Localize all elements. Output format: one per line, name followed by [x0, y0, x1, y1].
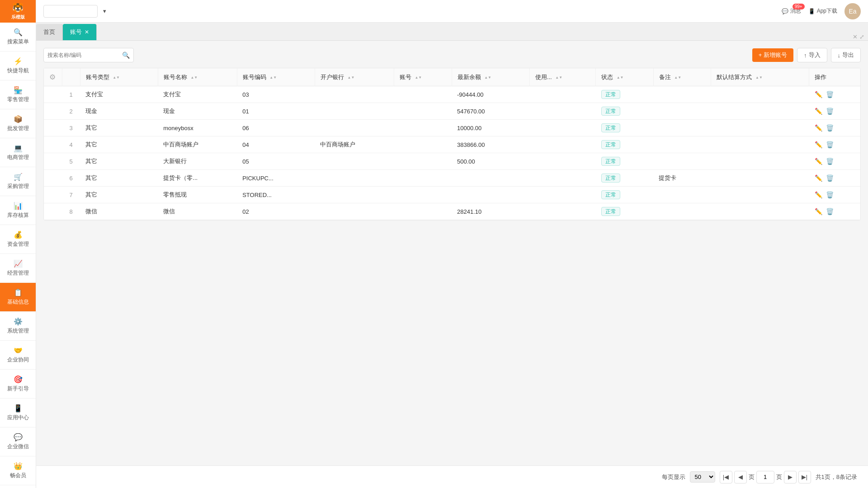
row-default-settlement — [711, 170, 809, 187]
row-status: 正常 — [596, 86, 654, 103]
col-account-type[interactable]: 账号类型 ▲▼ — [80, 68, 158, 86]
sidebar-item-retail-mgmt[interactable]: 🏪 零售管理 — [0, 80, 36, 109]
column-settings-icon[interactable]: ⚙ — [49, 73, 56, 81]
finance-icon: 💰 — [2, 230, 34, 239]
sidebar-item-label: 零售管理 — [2, 96, 34, 103]
search-icon[interactable]: 🔍 — [122, 52, 130, 59]
row-remark: 提货卡 — [653, 170, 711, 187]
row-status: 正常 — [596, 120, 654, 136]
sort-icon: ▲▼ — [269, 75, 277, 80]
col-remark[interactable]: 备注 ▲▼ — [653, 68, 711, 86]
sidebar-item-label: 企业协同 — [2, 356, 34, 364]
delete-icon[interactable]: 🗑️ — [826, 158, 834, 165]
page-next-button[interactable]: ▶ — [784, 471, 797, 483]
sidebar-item-search-menu[interactable]: 🔍 搜索菜单 — [0, 23, 36, 52]
col-balance[interactable]: 最新余额 ▲▼ — [452, 68, 529, 86]
col-status[interactable]: 状态 ▲▼ — [596, 68, 654, 86]
col-default-settlement[interactable]: 默认结算方式 ▲▼ — [711, 68, 809, 86]
col-account-no-label: 账号 — [400, 74, 411, 80]
app-download-button[interactable]: 📱 App下载 — [808, 7, 837, 15]
sidebar-item-vip-member[interactable]: 👑 畅会员 — [0, 456, 36, 485]
sidebar-item-label: 采购管理 — [2, 183, 34, 190]
delete-icon[interactable]: 🗑️ — [826, 208, 834, 215]
row-usage — [529, 170, 595, 187]
delete-icon[interactable]: 🗑️ — [826, 174, 834, 182]
sidebar-item-basic-info[interactable]: 📋 基础信息 — [0, 283, 36, 312]
row-account-name: 支付宝 — [158, 86, 237, 103]
tab-bar: 首页 账号 ✕ ✕ ⤢ — [36, 23, 868, 41]
top-search-input[interactable] — [43, 5, 98, 18]
sidebar-item-label: 基础信息 — [2, 298, 34, 306]
sidebar-item-operations-mgmt[interactable]: 📈 经营管理 — [0, 254, 36, 283]
delete-icon[interactable]: 🗑️ — [826, 191, 834, 198]
col-account-code[interactable]: 账号编码 ▲▼ — [237, 68, 315, 86]
header-left: ▾ — [43, 5, 106, 18]
edit-icon[interactable]: ✏️ — [815, 124, 822, 131]
sidebar-item-label: 新手引导 — [2, 385, 34, 393]
app-logo: 🐯 乐橙版 — [0, 0, 36, 23]
edit-icon[interactable]: ✏️ — [815, 91, 822, 98]
top-header: ▾ 💬 消息 99+ 📱 App下载 Ea — [36, 0, 868, 23]
sidebar-item-new-guide[interactable]: 🎯 新手引导 — [0, 370, 36, 399]
export-icon: ↓ — [838, 52, 841, 59]
sidebar-item-enterprise-wechat[interactable]: 💬 企业微信 — [0, 427, 36, 456]
row-account-code: 04 — [237, 136, 315, 153]
message-button[interactable]: 💬 消息 99+ — [782, 7, 801, 15]
table-row: 1 支付宝 支付宝 03 -90444.00 正常 ✏️ 🗑️ — [44, 86, 860, 103]
edit-icon[interactable]: ✏️ — [815, 141, 822, 148]
page-last-button[interactable]: ▶| — [798, 471, 811, 483]
sidebar-item-label: 资金管理 — [2, 240, 34, 248]
edit-icon[interactable]: ✏️ — [815, 174, 822, 182]
sidebar-item-enterprise-agreement[interactable]: 🤝 企业协同 — [0, 341, 36, 370]
tab-close-icon[interactable]: ✕ — [853, 33, 858, 40]
sidebar-item-finance-mgmt[interactable]: 💰 资金管理 — [0, 225, 36, 254]
table-row: 7 其它 零售抵现 STORED... 正常 ✏️ 🗑️ — [44, 187, 860, 203]
sidebar-item-system-mgmt[interactable]: ⚙️ 系统管理 — [0, 312, 36, 341]
row-remark — [653, 120, 711, 136]
page-input[interactable] — [756, 471, 774, 483]
sidebar-item-ecommerce-mgmt[interactable]: 💻 电商管理 — [0, 138, 36, 167]
tab-account[interactable]: 账号 ✕ — [63, 24, 97, 40]
edit-icon[interactable]: ✏️ — [815, 191, 822, 198]
sidebar-item-inventory[interactable]: 📊 库存核算 — [0, 196, 36, 225]
col-account-name[interactable]: 账号名称 ▲▼ — [158, 68, 237, 86]
message-badge: 99+ — [793, 4, 805, 9]
page-prev-button[interactable]: ◀ — [734, 471, 747, 483]
basic-info-icon: 📋 — [2, 288, 34, 297]
sidebar: 🐯 乐橙版 🔍 搜索菜单 ⚡ 快捷导航 🏪 零售管理 📦 批发管理 💻 电商管理… — [0, 0, 36, 488]
tab-expand-icon[interactable]: ⤢ — [859, 33, 864, 40]
edit-icon[interactable]: ✏️ — [815, 208, 822, 215]
page-first-button[interactable]: |◀ — [720, 471, 732, 483]
row-status: 正常 — [596, 187, 654, 203]
sidebar-item-wholesale-mgmt[interactable]: 📦 批发管理 — [0, 109, 36, 138]
sidebar-item-quick-nav[interactable]: ⚡ 快捷导航 — [0, 52, 36, 80]
add-account-button[interactable]: + 新增账号 — [752, 48, 793, 62]
operations-icon: 📈 — [2, 259, 34, 268]
search-input[interactable] — [47, 52, 122, 58]
col-usage[interactable]: 使用... ▲▼ — [529, 68, 595, 86]
tab-home[interactable]: 首页 — [36, 24, 63, 40]
ecommerce-icon: 💻 — [2, 144, 34, 152]
delete-icon[interactable]: 🗑️ — [826, 91, 834, 98]
col-account-no[interactable]: 账号 ▲▼ — [394, 68, 452, 86]
page-size-select[interactable]: 50 20 100 — [690, 471, 715, 483]
header-dropdown[interactable]: ▾ — [103, 8, 106, 14]
delete-icon[interactable]: 🗑️ — [826, 108, 834, 115]
toolbar-right: + 新增账号 ↑ 导入 ↓ 导出 — [752, 48, 861, 62]
delete-icon[interactable]: 🗑️ — [826, 124, 834, 131]
col-bank[interactable]: 开户银行 ▲▼ — [315, 68, 394, 86]
edit-icon[interactable]: ✏️ — [815, 108, 822, 115]
user-avatar[interactable]: Ea — [844, 3, 861, 19]
import-button[interactable]: ↑ 导入 — [797, 48, 827, 62]
toolbar: 🔍 + 新增账号 ↑ 导入 ↓ 导出 — [43, 48, 861, 62]
sidebar-item-app-center[interactable]: 📱 应用中心 — [0, 399, 36, 427]
col-settings: ⚙ — [44, 68, 62, 86]
tab-account-close[interactable]: ✕ — [85, 29, 89, 35]
sort-icon: ▲▼ — [555, 75, 562, 80]
sidebar-item-label: 搜索菜单 — [2, 38, 34, 46]
delete-icon[interactable]: 🗑️ — [826, 141, 834, 148]
sidebar-item-purchase-mgmt[interactable]: 🛒 采购管理 — [0, 167, 36, 196]
edit-icon[interactable]: ✏️ — [815, 158, 822, 165]
row-remark — [653, 103, 711, 120]
export-button[interactable]: ↓ 导出 — [831, 48, 861, 62]
